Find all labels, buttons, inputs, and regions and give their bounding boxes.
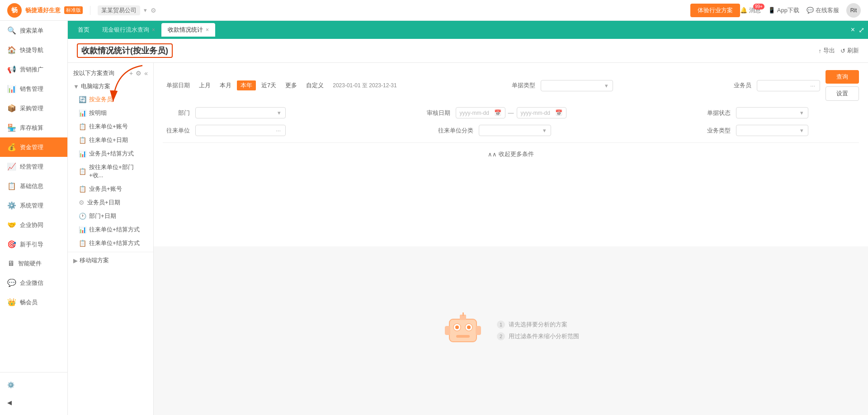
scheme-collapse-btn[interactable]: « (144, 70, 148, 77)
salesman-more[interactable]: ··· (810, 82, 815, 89)
sidebar-item-sales-label: 销售管理 (20, 85, 43, 93)
date-opt-7days[interactable]: 近7天 (258, 80, 280, 90)
date-opt-this-year[interactable]: 本年 (237, 80, 256, 90)
sidebar-item-member[interactable]: 👑 畅会员 (0, 292, 67, 312)
sidebar-item-guide[interactable]: 🎯 新手引导 (0, 235, 67, 254)
partner-more[interactable]: ··· (276, 127, 281, 134)
scheme-item-salesman-settle[interactable]: 📊 业务员+结算方式 (68, 147, 153, 160)
mobile-scheme-group[interactable]: ▶ 移动端方案 (68, 254, 153, 267)
doc-status-select[interactable]: ▾ (736, 107, 808, 118)
calendar-to-icon[interactable]: 📅 (555, 109, 562, 116)
finance-icon: 💰 (7, 143, 16, 151)
scheme-salesman-settle-icon: 📊 (79, 150, 86, 157)
sidebar-item-hardware[interactable]: 🖥 智能硬件 (0, 254, 67, 273)
empty-step-1-label: 请先选择要分析的方案 (509, 321, 567, 329)
doc-status-arrow: ▾ (800, 109, 803, 116)
date-opt-more[interactable]: 更多 (282, 80, 301, 90)
tab-bank-flow-close[interactable]: × (152, 27, 155, 33)
partner-category-select[interactable]: ▾ (479, 125, 551, 136)
tab-bank-flow[interactable]: 现金银行流水查询 × (96, 23, 161, 37)
top-bar-right: 🔔 消息 99+ 📱 App下载 💬 在线客服 Rit (740, 3, 861, 18)
sidebar-item-collab[interactable]: 🤝 企业协同 (0, 215, 67, 235)
scheme-salesman-date-icon: ⚙ (79, 199, 85, 206)
sidebar-item-inventory[interactable]: 🏪 库存核算 (0, 118, 67, 137)
partner-select[interactable]: ··· (195, 125, 286, 136)
trial-button[interactable]: 体验行业方案 (690, 4, 740, 17)
scheme-item-partner-date[interactable]: 📋 往来单位+日期 (68, 133, 153, 147)
sidebar-item-operations[interactable]: 📈 经营管理 (0, 157, 67, 176)
sidebar-item-search[interactable]: 🔍 搜索菜单 (0, 21, 67, 40)
dept-select[interactable]: ▾ (195, 107, 286, 118)
sidebar-item-base-info[interactable]: 📋 基础信息 (0, 176, 67, 196)
scheme-settings-btn[interactable]: ⚙ (136, 70, 142, 77)
date-options: 上月 本月 本年 近7天 更多 自定义 2023-01-01 至 2023-12… (195, 80, 397, 90)
sidebar-item-base-info-label: 基础信息 (20, 182, 43, 190)
scheme-item-partner-settle2[interactable]: 📋 往来单位+结算方式 (68, 236, 153, 250)
messages-button[interactable]: 🔔 消息 99+ (740, 6, 761, 14)
online-service-button[interactable]: 💬 在线客服 (807, 6, 839, 14)
tab-home[interactable]: 首页 (71, 23, 96, 37)
set-button[interactable]: 设置 (826, 86, 859, 101)
close-all-tabs-btn[interactable]: × (851, 26, 855, 34)
sidebar-collapse-btn[interactable]: ◀ (0, 394, 67, 411)
avatar[interactable]: Rit (846, 3, 861, 18)
scheme-item-salesman-date[interactable]: ⚙ 业务员+日期 (68, 196, 153, 209)
doc-type-select[interactable]: ▾ (541, 80, 613, 91)
app-download-button[interactable]: 📱 App下载 (768, 6, 799, 14)
scheme-item-salesman[interactable]: 🔄 按业务员 (68, 93, 153, 106)
operations-icon: 📈 (7, 162, 16, 171)
scheme-add-btn[interactable]: + (129, 70, 133, 77)
sidebar-item-system[interactable]: ⚙️ 系统管理 (0, 196, 67, 215)
tab-collection-stats[interactable]: 收款情况统计 × (161, 23, 215, 37)
system-icon: ⚙️ (7, 201, 16, 210)
scheme-item-partner-account[interactable]: 📋 往来单位+账号 (68, 120, 153, 133)
biz-type-arrow: ▾ (800, 127, 803, 134)
sidebar-item-sales[interactable]: 📊 销售管理 (0, 79, 67, 99)
filter-row-2: 部门 ▾ 审核日期 yyyy-mm-dd 📅 — (163, 107, 859, 118)
review-date-group: yyyy-mm-dd 📅 — yyyy-mm-dd 📅 (456, 107, 566, 118)
biz-type-label: 业务类型 (703, 127, 731, 135)
scheme-item-dept-date[interactable]: 🕐 部门+日期 (68, 209, 153, 223)
review-date-from-input[interactable]: yyyy-mm-dd 📅 (456, 107, 505, 118)
scheme-partner-account-icon: 📋 (79, 123, 86, 130)
refresh-button[interactable]: ↺ 刷新 (840, 47, 859, 55)
scheme-item-detail[interactable]: 📊 按明细 (68, 106, 153, 120)
sidebar-item-purchase[interactable]: 📦 采购管理 (0, 99, 67, 118)
sidebar-item-nav[interactable]: 🏠 快捷导航 (0, 40, 67, 60)
settings-icon[interactable]: ⚙ (151, 7, 156, 14)
query-button[interactable]: 查询 (826, 70, 859, 84)
company-selector[interactable]: 某某贸易公司 (98, 5, 140, 15)
tab-collection-stats-close[interactable]: × (206, 27, 209, 33)
refresh-label: 刷新 (847, 47, 859, 55)
date-opt-this-month[interactable]: 本月 (216, 80, 235, 90)
app-name: 畅捷通好生意 (25, 6, 61, 14)
sidebar-item-nav-label: 快捷导航 (20, 46, 43, 54)
export-button[interactable]: ↑ 导出 (819, 47, 835, 55)
sidebar-settings-btn[interactable]: ⚙️ (0, 376, 67, 394)
empty-step-2: 2 用过滤条件来缩小分析范围 (497, 332, 579, 340)
scheme-item-salesman-account[interactable]: 📋 业务员+账号 (68, 182, 153, 196)
scheme-dept-date-label: 部门+日期 (89, 212, 116, 220)
sidebar-item-finance[interactable]: 💰 资金管理 (0, 137, 67, 157)
sidebar-item-wechat[interactable]: 💬 企业微信 (0, 273, 67, 292)
pc-scheme-group[interactable]: ▼ 电脑端方案 (68, 80, 153, 93)
salesman-select[interactable]: ··· (757, 80, 820, 91)
empty-robot-icon (443, 310, 483, 351)
scheme-panel-header: 按以下方案查询 + ⚙ « (68, 66, 153, 80)
review-date-to-input[interactable]: yyyy-mm-dd 📅 (517, 107, 566, 118)
top-bar: 畅 畅捷通好生意 标准版 某某贸易公司 ▾ ⚙ 体验行业方案 🔔 消息 99+ … (0, 0, 868, 21)
date-opt-last-month[interactable]: 上月 (195, 80, 214, 90)
sidebar-item-marketing[interactable]: 📢 营销推广 (0, 60, 67, 79)
collapse-more-btn[interactable]: ∧∧ 收起更多条件 (484, 146, 538, 162)
date-range-display: 2023-01-01 至 2023-12-31 (333, 82, 396, 90)
biz-type-select[interactable]: ▾ (736, 125, 808, 136)
sales-icon: 📊 (7, 85, 16, 93)
scheme-item-partner-settle1[interactable]: 📊 往来单位+结算方式 (68, 223, 153, 236)
scheme-item-partner-dept[interactable]: 📋 按往来单位+部门+收... (68, 160, 153, 182)
calendar-from-icon[interactable]: 📅 (494, 109, 501, 116)
date-opt-custom[interactable]: 自定义 (302, 80, 327, 90)
company-dropdown-icon[interactable]: ▾ (144, 7, 147, 14)
edition-badge: 标准版 (64, 6, 83, 14)
collab-icon: 🤝 (7, 221, 16, 229)
maximize-btn[interactable]: ⤢ (859, 26, 864, 34)
